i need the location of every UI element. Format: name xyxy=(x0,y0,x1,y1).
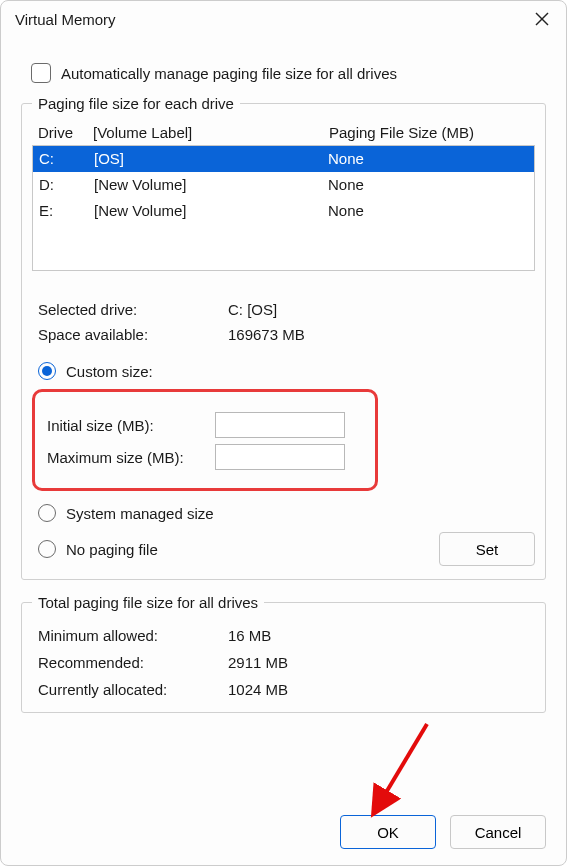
header-size: Paging File Size (MB) xyxy=(329,124,529,141)
radio-system-indicator[interactable] xyxy=(38,504,56,522)
initial-size-input[interactable] xyxy=(215,412,345,438)
current-allocated-label: Currently allocated: xyxy=(38,681,228,698)
radio-custom-size[interactable]: Custom size: xyxy=(38,357,529,385)
radio-none-label: No paging file xyxy=(66,541,158,558)
recommended-label: Recommended: xyxy=(38,654,228,671)
initial-size-label: Initial size (MB): xyxy=(47,417,207,434)
cancel-button[interactable]: Cancel xyxy=(450,815,546,849)
annotation-size-highlight: Initial size (MB): Maximum size (MB): xyxy=(32,389,378,491)
radio-no-paging[interactable]: No paging file xyxy=(38,535,158,563)
drive-row-c[interactable]: C: [OS] None xyxy=(33,146,534,172)
auto-manage-row[interactable]: Automatically manage paging file size fo… xyxy=(31,63,546,83)
maximum-size-label: Maximum size (MB): xyxy=(47,449,207,466)
auto-manage-label: Automatically manage paging file size fo… xyxy=(61,65,397,82)
drive-list-header: Drive [Volume Label] Paging File Size (M… xyxy=(32,122,535,145)
dialog-footer: OK Cancel xyxy=(1,809,566,865)
close-button[interactable] xyxy=(532,9,552,29)
close-icon xyxy=(535,12,549,26)
min-allowed-value: 16 MB xyxy=(228,627,529,644)
ok-button[interactable]: OK xyxy=(340,815,436,849)
radio-system-managed[interactable]: System managed size xyxy=(38,499,529,527)
window-title: Virtual Memory xyxy=(15,11,116,28)
radio-custom-label: Custom size: xyxy=(66,363,153,380)
selected-drive-label: Selected drive: xyxy=(38,301,228,318)
drive-list[interactable]: C: [OS] None D: [New Volume] None E: [Ne… xyxy=(32,145,535,271)
radio-none-indicator[interactable] xyxy=(38,540,56,558)
auto-manage-checkbox[interactable] xyxy=(31,63,51,83)
totals-legend: Total paging file size for all drives xyxy=(32,594,264,611)
titlebar: Virtual Memory xyxy=(1,1,566,35)
drive-row-d[interactable]: D: [New Volume] None xyxy=(33,172,534,198)
min-allowed-label: Minimum allowed: xyxy=(38,627,228,644)
selected-drive-value: C: [OS] xyxy=(228,301,529,318)
header-volume: [Volume Label] xyxy=(93,124,329,141)
current-allocated-value: 1024 MB xyxy=(228,681,529,698)
totals-group: Total paging file size for all drives Mi… xyxy=(21,594,546,713)
space-available-value: 169673 MB xyxy=(228,326,529,343)
selected-drive-info: Selected drive: C: [OS] Space available:… xyxy=(38,301,529,343)
space-available-label: Space available: xyxy=(38,326,228,343)
recommended-value: 2911 MB xyxy=(228,654,529,671)
drive-row-e[interactable]: E: [New Volume] None xyxy=(33,198,534,224)
set-button[interactable]: Set xyxy=(439,532,535,566)
header-drive: Drive xyxy=(38,124,93,141)
radio-system-label: System managed size xyxy=(66,505,214,522)
virtual-memory-dialog: Virtual Memory Automatically manage pagi… xyxy=(0,0,567,866)
maximum-size-input[interactable] xyxy=(215,444,345,470)
paging-per-drive-group: Paging file size for each drive Drive [V… xyxy=(21,95,546,580)
radio-custom-indicator[interactable] xyxy=(38,362,56,380)
paging-per-drive-legend: Paging file size for each drive xyxy=(32,95,240,112)
